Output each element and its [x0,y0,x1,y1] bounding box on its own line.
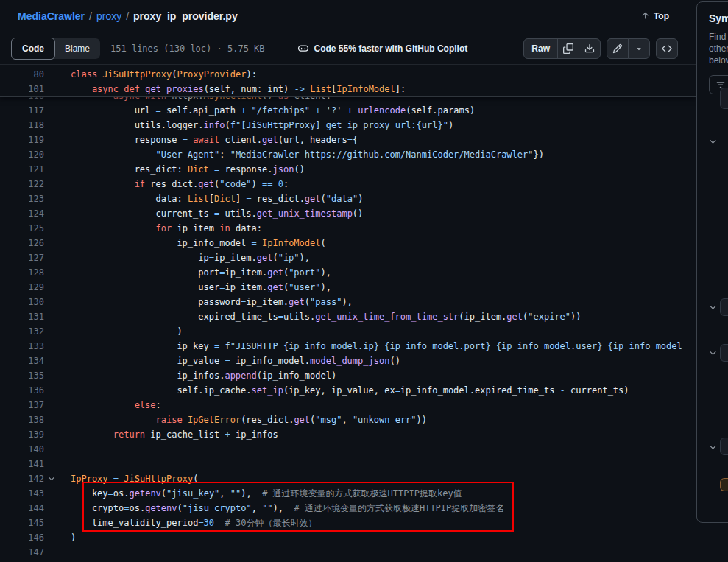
code-line: 140 [0,442,696,457]
fold-gutter [44,324,59,339]
code-line: 135ip_infos.append(ip_info_model) [0,368,696,383]
code-text: return ip_cache_list + ip_infos [59,427,278,442]
code-line: 120"User-Agent": "MediaCrawler https://g… [0,147,696,162]
fold-gutter [44,265,59,280]
tab-code[interactable]: Code [11,38,55,60]
code-text: ip=ip_item.get("ip"), [59,250,310,265]
code-line: 129user=ip_item.get("user"), [0,280,696,295]
line-number[interactable]: 140 [0,442,44,457]
symbol-pill[interactable] [720,88,728,109]
edit-dropdown-button[interactable] [628,38,650,59]
line-number[interactable]: 117 [0,103,44,118]
code-line: 143key=os.getenv("jisu_key", ""), # 通过环境… [0,486,696,501]
symbol-pill[interactable] [720,298,728,316]
line-number[interactable]: 118 [0,118,44,133]
line-number[interactable]: 122 [0,177,44,192]
symbol-pill[interactable] [720,478,728,491]
line-number[interactable]: 133 [0,339,44,354]
line-number[interactable]: 145 [0,516,44,530]
copilot-icon [297,43,309,55]
fold-chevron-icon[interactable] [44,471,59,486]
download-button[interactable] [579,38,601,59]
line-number[interactable]: 134 [0,354,44,368]
line-number[interactable]: 124 [0,206,44,221]
fold-gutter [44,221,59,236]
line-number[interactable]: 101 [0,82,44,96]
line-number[interactable]: 126 [0,236,44,250]
line-number[interactable]: 146 [0,530,44,545]
download-icon [584,43,595,54]
code-line: 146) [0,530,696,545]
chevron-down-icon[interactable] [708,348,718,358]
symbol-pill[interactable] [720,438,728,455]
fold-gutter [44,516,59,530]
breadcrumb-separator: / [126,10,129,22]
copy-icon [563,43,573,54]
code-text [59,545,71,560]
line-number[interactable]: 139 [0,427,44,442]
fold-gutter [44,67,59,82]
tab-blame[interactable]: Blame [54,38,100,59]
line-number[interactable]: 136 [0,383,44,398]
code-line: 127ip=ip_item.get("ip"), [0,250,696,265]
symbol-pill[interactable] [720,344,728,362]
code-text: ip_infos.append(ip_info_model) [59,368,336,383]
line-number[interactable]: 132 [0,324,44,339]
code-line: 121res_dict: Dict = response.json() [0,162,696,177]
code-blame-switcher: Code Blame [12,38,100,59]
triangle-down-icon [635,44,643,53]
line-number[interactable]: 144 [0,501,44,516]
code-line: 136self.ip_cache.set_ip(ip_key, ip_value… [0,383,696,398]
code-line: 117url = self.api_path + "/fetchips" + '… [0,103,696,118]
line-number[interactable]: 123 [0,192,44,206]
top-link-label: Top [654,11,669,21]
symbols-panel-title: Symbols [709,13,728,24]
line-number[interactable]: 147 [0,545,44,560]
raw-copy-download-group: Raw [523,38,601,59]
line-number[interactable]: 127 [0,250,44,265]
line-number[interactable]: 128 [0,265,44,280]
code-line: 101async def get_proxies(self, num: int)… [0,82,696,96]
edit-button[interactable] [607,38,629,59]
code-line: 126ip_info_model = IpInfoModel( [0,236,696,250]
chevron-down-icon[interactable] [708,442,718,452]
line-number[interactable]: 130 [0,295,44,309]
back-to-top-link[interactable]: Top [640,11,669,21]
code-text: time_validity_period=30 # 30分钟（最长时效） [59,516,317,530]
line-number[interactable]: 141 [0,457,44,471]
line-number[interactable]: 143 [0,486,44,501]
fold-gutter [44,398,59,412]
chevron-down-icon[interactable] [708,136,718,147]
breadcrumb: MediaCrawler / proxy / proxy_ip_provider… [0,0,696,32]
line-number[interactable]: 120 [0,147,44,162]
copilot-banner: Code 55% faster with GitHub Copilot [297,43,468,55]
code-text: utils.logger.info(f"[JiSuHttpProxy] get … [59,118,453,133]
raw-button[interactable]: Raw [523,38,558,59]
line-number[interactable]: 137 [0,398,44,412]
fold-gutter [44,162,59,177]
line-number[interactable]: 121 [0,162,44,177]
breadcrumb-folder-link[interactable]: proxy [96,10,121,22]
fold-gutter [44,442,59,457]
fold-gutter [44,368,59,383]
symbols-pane-toggle-button[interactable] [656,38,678,59]
line-number[interactable]: 125 [0,221,44,236]
fold-gutter [44,545,59,560]
code-text: ) [59,530,76,545]
line-number[interactable]: 129 [0,280,44,295]
line-number[interactable]: 80 [0,67,44,82]
sticky-context-header: 80class JiSuHttpProxy(ProxyProvider):101… [0,65,696,97]
line-number[interactable]: 138 [0,412,44,427]
code-text: IpProxy = JiSuHttpProxy( [59,471,198,486]
breadcrumb-repo-link[interactable]: MediaCrawler [18,10,85,22]
line-number[interactable]: 131 [0,309,44,324]
fold-gutter [44,486,59,501]
line-number[interactable]: 142 [0,471,44,486]
fold-gutter [44,354,59,368]
chevron-down-icon[interactable] [708,302,718,312]
code-line: 145time_validity_period=30 # 30分钟（最长时效） [0,516,696,530]
code-line: 128port=ip_item.get("port"), [0,265,696,280]
line-number[interactable]: 119 [0,133,44,147]
line-number[interactable]: 135 [0,368,44,383]
copy-button[interactable] [557,38,579,59]
